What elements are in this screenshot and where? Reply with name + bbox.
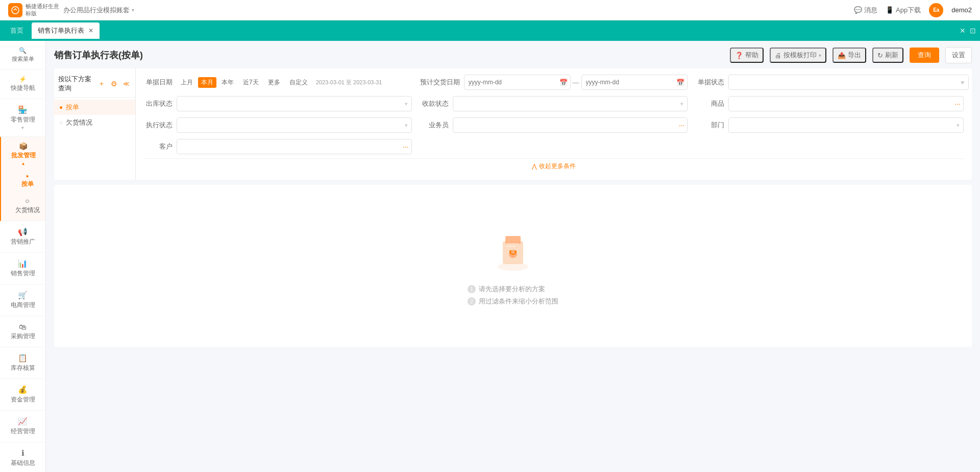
retail-icon: 🏪	[18, 105, 28, 114]
tab-close-all-icon[interactable]: ✕	[960, 27, 966, 35]
delivery-date-field: 预计交货日期 📅 — 📅	[420, 75, 688, 90]
avatar[interactable]: Ea	[929, 3, 943, 17]
scheme-collapse-button[interactable]: ≪	[121, 79, 131, 89]
top-header: 畅捷通好生意 标版 办公用品行业模拟账套 ▾ 💬 消息 📱 App下载 Ea d…	[0, 0, 980, 20]
product-input[interactable]	[728, 96, 964, 111]
date-tab-last-7[interactable]: 近7天	[239, 77, 263, 88]
product-dots-icon[interactable]: ···	[954, 100, 961, 108]
sidebar-ecommerce-section: 🛒 电商管理	[0, 285, 45, 316]
collapse-button[interactable]: ⋀ 收起更多条件	[144, 158, 964, 174]
sidebar-item-ecommerce[interactable]: 🛒 电商管理	[0, 287, 45, 314]
settings-button[interactable]: 设置	[945, 47, 972, 63]
sidebar-item-retail[interactable]: 🏪 零售管理 ▾	[0, 101, 45, 134]
help-button[interactable]: ❓ 帮助	[730, 48, 764, 63]
sidebar-quick-nav-section: ⚡ 快捷导航	[0, 69, 45, 99]
app-download-button[interactable]: 📱 App下载	[886, 6, 921, 15]
date-tab-this-year[interactable]: 本年	[217, 77, 238, 88]
wholesale-icon: 📦	[19, 142, 28, 150]
svg-point-0	[12, 7, 19, 14]
sidebar-inventory-section: 📋 库存核算	[0, 347, 45, 379]
scheme-debt-icon: ○	[59, 119, 63, 126]
hint-num-1: 1	[468, 285, 476, 293]
refresh-button[interactable]: ↻ 刷新	[872, 48, 903, 63]
sidebar-basic-info-section: ℹ 基础信息	[0, 442, 45, 472]
sidebar-wholesale-section: 📦 批发管理 ▴ ● 按单 ○ 欠货情况	[0, 137, 45, 221]
empty-hint-2: 2 用过滤条件来缩小分析范围	[468, 297, 558, 306]
sidebar-item-inventory[interactable]: 📋 库存核算	[0, 349, 45, 376]
header-right: 💬 消息 📱 App下载 Ea demo2	[854, 3, 972, 17]
sidebar-item-finance[interactable]: 💰 资金管理	[0, 381, 45, 408]
date-filter-controls: 上月 本月 本年 近7天 更多 自定义 2023-03-01 至 2023-03	[177, 77, 412, 88]
hint-num-2: 2	[468, 297, 476, 305]
filter-content-area: 按以下方案查询 ＋ ⚙ ≪ ● 按单 ○ 欠货情况	[54, 68, 972, 180]
scheme-add-button[interactable]: ＋	[96, 79, 107, 89]
empty-state-illustration	[487, 226, 538, 278]
data-area: 1 请先选择要分析的方案 2 用过滤条件来缩小分析范围	[54, 185, 972, 347]
execute-select[interactable]	[177, 117, 412, 133]
sidebar-search-button[interactable]: 🔍 搜索菜单	[0, 43, 45, 67]
basic-info-icon: ℹ	[21, 449, 24, 458]
print-button[interactable]: 🖨 按模板打印 ▾	[770, 48, 826, 63]
tab-restore-icon[interactable]: ⊡	[970, 27, 976, 35]
sidebar-item-purchase[interactable]: 🛍 采购管理	[0, 318, 45, 345]
scheme-item-by-debt[interactable]: ○ 欠货情况	[54, 115, 135, 130]
empty-hint-1: 1 请先选择要分析的方案	[468, 285, 558, 294]
tab-bar-controls: ✕ ⊡	[960, 27, 976, 35]
sidebar-sales-section: 📊 销售管理	[0, 253, 45, 285]
svg-rect-3	[505, 236, 521, 244]
calendar-to-icon[interactable]: 📅	[676, 79, 684, 86]
tab-close-icon[interactable]: ✕	[88, 27, 93, 34]
date-range-display: 2023-03-01 至 2023-03-31	[316, 79, 382, 86]
sidebar: 🔍 搜索菜单 ⚡ 快捷导航 🏪 零售管理 ▾ 📦 批发管理 ▴	[0, 41, 46, 472]
salesman-dots-icon[interactable]: ···	[679, 121, 685, 129]
status-select[interactable]	[728, 75, 969, 90]
sidebar-item-basic-info[interactable]: ℹ 基础信息	[0, 444, 45, 471]
page-title-bar: 销售订单执行表(按单) ❓ 帮助 🖨 按模板打印 ▾ 📤 导出 ↻ 刷新	[54, 47, 972, 63]
sidebar-item-quick-nav[interactable]: ⚡ 快捷导航	[0, 72, 45, 97]
export-icon: 📤	[838, 52, 846, 59]
delivery-date-from-input[interactable]	[464, 75, 571, 90]
date-filter-field: 单据日期 上月 本月 本年 近7天 更多 自定义 2023-	[144, 77, 412, 88]
sales-icon: 📊	[18, 259, 28, 268]
message-button[interactable]: 💬 消息	[854, 6, 877, 15]
scheme-order-icon: ●	[59, 104, 63, 111]
sidebar-item-marketing[interactable]: 📢 营销推广	[0, 223, 45, 250]
sidebar-item-wholesale[interactable]: 📦 批发管理 ▴	[1, 139, 45, 169]
payment-select[interactable]	[453, 96, 688, 111]
logo-text: 畅捷通好生意 标版	[26, 3, 59, 16]
execute-select-wrapper: ▾	[177, 117, 412, 133]
department-select[interactable]	[728, 117, 964, 133]
sidebar-item-operations[interactable]: 📈 经营管理	[0, 413, 45, 440]
marketing-icon: 📢	[18, 227, 28, 237]
inventory-icon: 📋	[18, 353, 28, 363]
help-icon: ❓	[735, 52, 743, 59]
tab-sales-order[interactable]: 销售订单执行表 ✕	[32, 22, 100, 39]
sidebar-item-sales-mgmt[interactable]: 📊 销售管理	[0, 255, 45, 282]
query-button[interactable]: 查询	[910, 48, 939, 63]
date-tab-this-month[interactable]: 本月	[198, 77, 216, 88]
sidebar-sub-orders[interactable]: ● 按单	[1, 169, 45, 193]
empty-state: 1 请先选择要分析的方案 2 用过滤条件来缩小分析范围	[54, 185, 972, 347]
date-tab-more[interactable]: 更多	[264, 77, 284, 88]
scheme-settings-button[interactable]: ⚙	[109, 79, 119, 89]
sidebar-purchase-section: 🛍 采购管理	[0, 316, 45, 347]
customer-input[interactable]	[177, 139, 412, 154]
delivery-date-to-input[interactable]	[581, 75, 688, 90]
execute-field: 执行状态 ▾	[144, 117, 412, 133]
calendar-from-icon[interactable]: 📅	[559, 79, 568, 86]
scheme-item-by-order[interactable]: ● 按单	[54, 100, 135, 115]
message-icon: 💬	[854, 6, 862, 14]
department-select-wrapper: ▾	[728, 117, 964, 133]
salesman-input[interactable]	[453, 117, 688, 133]
sidebar-sub-debt[interactable]: ○ 欠货情况	[1, 193, 45, 219]
customer-dots-icon[interactable]: ···	[403, 143, 409, 151]
warehouse-select[interactable]	[177, 96, 412, 111]
department-field: 部门 ▾	[696, 117, 964, 133]
export-button[interactable]: 📤 导出	[832, 48, 866, 63]
date-tab-custom[interactable]: 自定义	[285, 77, 312, 88]
scheme-header: 按以下方案查询 ＋ ⚙ ≪	[54, 73, 135, 98]
tab-home[interactable]: 首页	[4, 22, 30, 39]
search-icon: 🔍	[19, 47, 27, 54]
date-tab-last-month[interactable]: 上月	[177, 77, 197, 88]
breadcrumb[interactable]: 办公用品行业模拟账套 ▾	[63, 6, 134, 15]
